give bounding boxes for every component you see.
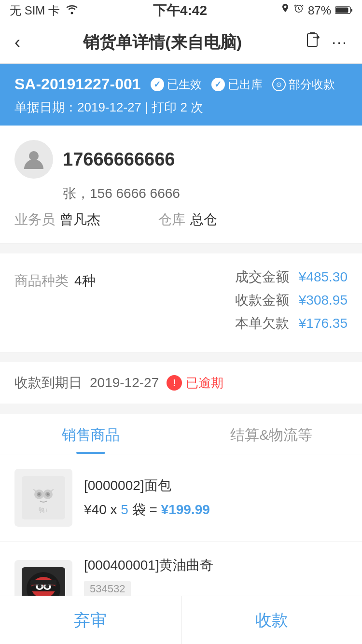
status-badge-3: ⊙ 部分收款 xyxy=(272,77,335,92)
deal-amount-value: ¥485.30 xyxy=(299,269,348,285)
overdue-icon: ! xyxy=(167,375,182,391)
product-thumbnail-1: 鸮+ xyxy=(14,469,72,527)
price-unit-1: 袋 xyxy=(132,502,146,517)
received-amount-row: 收款金额 ¥308.95 xyxy=(235,291,348,309)
table-row: 鸮+ [0000002]面包 ¥40 x 5 袋 = ¥199.99 xyxy=(0,454,362,542)
due-date-label: 收款到期日 xyxy=(14,374,82,392)
product-types-row: 商品种类 4种 xyxy=(14,272,96,290)
tabs-row: 销售商品 结算&物流等 xyxy=(0,414,362,454)
warehouse-label: 仓库 xyxy=(158,210,185,229)
status-label-1: 已生效 xyxy=(167,77,202,92)
product-name-2: [000400001]黄油曲奇 xyxy=(84,556,348,574)
back-button[interactable]: ‹ xyxy=(14,32,20,53)
product-sku-2: 534532 xyxy=(84,581,131,597)
bottom-bar: 弃审 收款 xyxy=(0,596,362,644)
share-button[interactable] xyxy=(305,32,322,53)
svg-rect-17 xyxy=(31,586,56,591)
due-date-section: 收款到期日 2019-12-27 ! 已逾期 xyxy=(0,362,362,404)
customer-row: 17666666666 xyxy=(14,140,348,179)
svg-point-21 xyxy=(45,585,49,588)
customer-phone: 张，156 6666 6666 xyxy=(63,184,348,203)
customer-name: 17666666666 xyxy=(63,149,175,170)
clock-icon: ⊙ xyxy=(272,78,286,91)
avatar xyxy=(14,140,53,179)
wifi-icon xyxy=(65,4,79,17)
battery-text: 87% xyxy=(308,4,331,17)
svg-point-20 xyxy=(38,585,42,588)
customer-meta: 业务员 曾凡杰 仓库 总仓 xyxy=(14,210,348,229)
check-icon-1: ✓ xyxy=(151,78,164,91)
battery-icon xyxy=(335,4,352,17)
price-qty-1: 5 xyxy=(121,502,128,517)
status-badge-1: ✓ 已生效 xyxy=(151,77,202,92)
time-display: 下午4:42 xyxy=(153,1,207,20)
product-price-1: ¥40 x 5 袋 = ¥199.99 xyxy=(84,501,348,519)
order-date: 单据日期：2019-12-27 | 打印 2 次 xyxy=(14,99,348,116)
status-label-2: 已出库 xyxy=(228,77,263,92)
status-bar: 无 SIM 卡 下午4:42 87% xyxy=(0,0,362,21)
product-name-1: [0000002]面包 xyxy=(84,476,348,495)
alarm-icon xyxy=(293,4,304,17)
svg-rect-2 xyxy=(351,9,352,12)
order-status-row: SA-20191227-001 ✓ 已生效 ✓ 已出库 ⊙ 部分收款 xyxy=(14,75,348,93)
summary-right: 成交金额 ¥485.30 收款金额 ¥308.95 本单欠款 ¥176.35 xyxy=(235,268,348,337)
warehouse-value: 总仓 xyxy=(190,210,217,229)
deal-amount-label: 成交金额 xyxy=(235,268,289,286)
svg-rect-4 xyxy=(307,34,317,46)
product-info-1: [0000002]面包 ¥40 x 5 袋 = ¥199.99 xyxy=(84,476,348,519)
deal-amount-row: 成交金额 ¥485.30 xyxy=(235,268,348,286)
svg-rect-3 xyxy=(335,8,348,13)
price-x-1: x xyxy=(111,502,121,517)
summary-section: 商品种类 4种 成交金额 ¥485.30 收款金额 ¥308.95 本单欠款 ¥… xyxy=(0,253,362,352)
types-label: 商品种类 xyxy=(14,272,69,290)
tab-settlement-label: 结算&物流等 xyxy=(230,427,312,443)
debt-amount-row: 本单欠款 ¥176.35 xyxy=(235,314,348,333)
price-eq-1: = xyxy=(149,502,161,517)
status-label-3: 部分收款 xyxy=(289,77,335,92)
carrier-text: 无 SIM 卡 xyxy=(10,3,60,18)
svg-point-0 xyxy=(71,12,73,14)
received-label: 收款金额 xyxy=(235,291,289,309)
sales-rep-label: 业务员 xyxy=(14,210,55,229)
price-base-1: ¥40 xyxy=(84,502,107,517)
debt-label: 本单欠款 xyxy=(235,314,289,333)
tab-sales[interactable]: 销售商品 xyxy=(0,414,181,454)
svg-point-12 xyxy=(47,493,49,495)
page-title: 销货单详情(来自电脑) xyxy=(83,31,242,54)
more-button[interactable]: ··· xyxy=(332,33,348,51)
warehouse-item: 仓库 总仓 xyxy=(158,210,217,229)
tab-sales-label: 销售商品 xyxy=(62,427,120,443)
cancel-review-button[interactable]: 弃审 xyxy=(0,596,181,644)
overdue-text: 已逾期 xyxy=(186,375,223,392)
check-icon-2: ✓ xyxy=(211,78,225,91)
order-id: SA-20191227-001 xyxy=(14,75,141,93)
svg-text:鸮+: 鸮+ xyxy=(39,507,48,514)
nav-bar: ‹ 销货单详情(来自电脑) ··· xyxy=(0,21,362,64)
price-total-1: ¥199.99 xyxy=(161,502,210,517)
receive-payment-label: 收款 xyxy=(255,609,288,631)
types-value: 4种 xyxy=(74,272,96,290)
sales-rep-item: 业务员 曾凡杰 xyxy=(14,210,100,229)
customer-section: 17666666666 张，156 6666 6666 业务员 曾凡杰 仓库 总… xyxy=(0,126,362,244)
status-badge-2: ✓ 已出库 xyxy=(211,77,263,92)
receive-payment-button[interactable]: 收款 xyxy=(181,596,362,644)
summary-left: 商品种类 4种 xyxy=(14,268,96,290)
order-header: SA-20191227-001 ✓ 已生效 ✓ 已出库 ⊙ 部分收款 单据日期：… xyxy=(0,64,362,126)
received-value: ¥308.95 xyxy=(299,293,348,308)
location-icon xyxy=(281,4,290,17)
due-date-value: 2019-12-27 xyxy=(90,375,159,391)
carrier-wifi: 无 SIM 卡 xyxy=(10,3,79,18)
svg-point-11 xyxy=(38,493,40,495)
cancel-review-label: 弃审 xyxy=(74,609,107,631)
svg-rect-22 xyxy=(30,580,56,585)
nav-actions: ··· xyxy=(305,32,348,53)
sales-rep-value: 曾凡杰 xyxy=(60,210,100,229)
debt-value: ¥176.35 xyxy=(299,316,348,331)
overdue-badge: ! 已逾期 xyxy=(167,375,223,392)
status-icons: 87% xyxy=(281,4,352,17)
tab-settlement[interactable]: 结算&物流等 xyxy=(181,414,362,454)
